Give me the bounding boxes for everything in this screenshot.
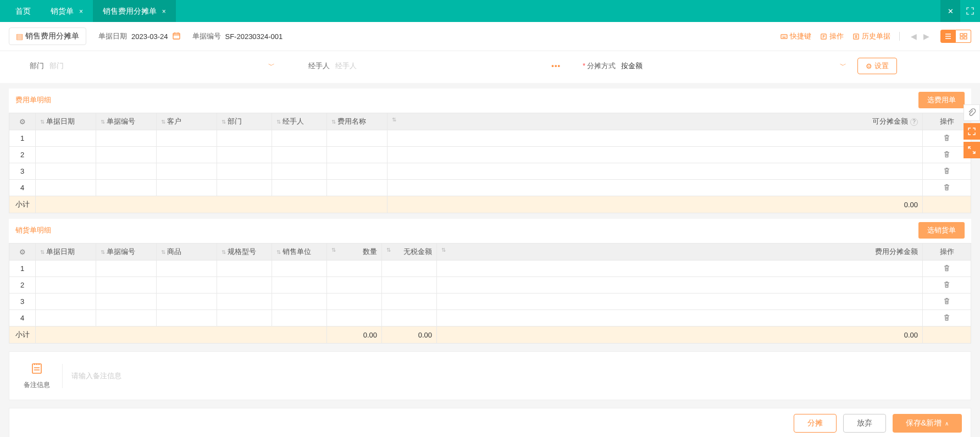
cell[interactable] (382, 277, 437, 294)
operate-link[interactable]: 操作 (820, 31, 844, 41)
cell[interactable] (217, 130, 272, 147)
gear-icon[interactable]: ⚙ (9, 244, 36, 261)
settings-button[interactable]: ⚙ 设置 (857, 58, 897, 74)
shortcut-link[interactable]: 快捷键 (780, 31, 811, 41)
delete-icon[interactable] (943, 298, 950, 306)
cell[interactable] (272, 310, 327, 327)
allocate-button[interactable]: 分摊 (794, 414, 837, 433)
tab-sales-expense[interactable]: 销售费用分摊单 × (93, 0, 176, 22)
col-docno[interactable]: ⇅单据编号 (96, 244, 157, 261)
close-window-icon[interactable]: ✕ (940, 0, 960, 22)
cell[interactable] (437, 310, 923, 327)
calendar-icon[interactable] (173, 32, 180, 41)
delete-icon[interactable] (943, 281, 950, 290)
cell[interactable] (36, 294, 96, 310)
cell[interactable] (272, 261, 327, 277)
gear-icon[interactable]: ⚙ (9, 113, 36, 130)
cell[interactable] (437, 294, 923, 310)
cell[interactable] (217, 310, 272, 327)
col-dept[interactable]: ⇅部门 (217, 113, 272, 130)
col-spec[interactable]: ⇅规格型号 (217, 244, 272, 261)
nav-prev-icon[interactable]: ◀ (909, 31, 919, 42)
cell[interactable] (327, 147, 387, 163)
table-row[interactable]: 4 (9, 180, 971, 196)
save-new-button[interactable]: 保存&新增 ∧ (893, 414, 962, 433)
cell[interactable] (327, 294, 382, 310)
cell[interactable] (327, 261, 382, 277)
cell[interactable] (382, 261, 437, 277)
cell[interactable] (437, 277, 923, 294)
table-row[interactable]: 2 (9, 147, 971, 163)
cell[interactable] (217, 163, 272, 180)
cell[interactable] (387, 147, 923, 163)
col-qty[interactable]: ⇅数量 (327, 244, 382, 261)
cell[interactable] (327, 180, 387, 196)
cell[interactable] (96, 261, 157, 277)
col-handler[interactable]: ⇅经手人 (272, 113, 327, 130)
col-product[interactable]: ⇅商品 (157, 244, 217, 261)
tab-sales-order[interactable]: 销货单 × (41, 0, 93, 22)
col-amount[interactable]: ⇅无税金额 (382, 244, 437, 261)
cell[interactable] (272, 130, 327, 147)
cell[interactable] (217, 261, 272, 277)
cell[interactable] (157, 180, 217, 196)
cell[interactable] (36, 261, 96, 277)
cell[interactable] (217, 147, 272, 163)
table-row[interactable]: 1 (9, 261, 971, 277)
cell[interactable] (157, 130, 217, 147)
cell[interactable] (157, 147, 217, 163)
col-docno[interactable]: ⇅单据编号 (96, 113, 157, 130)
date-value[interactable]: 2023-03-24 (131, 32, 168, 41)
delete-icon[interactable] (943, 168, 950, 176)
help-icon[interactable]: ? (910, 118, 918, 126)
cell[interactable] (96, 163, 157, 180)
view-grid-icon[interactable] (956, 30, 971, 43)
cell[interactable] (36, 277, 96, 294)
cell[interactable] (272, 147, 327, 163)
dept-input[interactable] (49, 62, 268, 70)
select-sales-button[interactable]: 选销货单 (918, 222, 965, 239)
nav-next-icon[interactable]: ▶ (921, 31, 932, 42)
cell[interactable] (96, 180, 157, 196)
table-row[interactable]: 3 (9, 294, 971, 310)
cell[interactable] (437, 261, 923, 277)
cell[interactable] (382, 310, 437, 327)
discard-button[interactable]: 放弃 (843, 414, 886, 433)
cell[interactable] (272, 180, 327, 196)
table-row[interactable]: 2 (9, 277, 971, 294)
cell[interactable] (157, 277, 217, 294)
table-row[interactable]: 3 (9, 163, 971, 180)
cell[interactable] (217, 180, 272, 196)
cell[interactable] (327, 277, 382, 294)
cell[interactable] (36, 180, 96, 196)
cell[interactable] (96, 277, 157, 294)
alloc-input[interactable] (621, 62, 840, 70)
cell[interactable] (36, 147, 96, 163)
remarks-input[interactable] (71, 372, 960, 380)
cell[interactable] (382, 294, 437, 310)
cell[interactable] (96, 147, 157, 163)
alloc-select[interactable]: ﹀ (621, 59, 846, 73)
cell[interactable] (157, 163, 217, 180)
cell[interactable] (327, 130, 387, 147)
delete-icon[interactable] (943, 151, 950, 159)
cell[interactable] (96, 130, 157, 147)
tab-home[interactable]: 首页 (5, 0, 41, 22)
col-allocamount[interactable]: ⇅可分摊金额? (387, 113, 923, 130)
col-date[interactable]: ⇅单据日期 (36, 244, 96, 261)
cell[interactable] (217, 277, 272, 294)
handler-select[interactable]: ••• (335, 59, 561, 73)
col-customer[interactable]: ⇅客户 (157, 113, 217, 130)
cell[interactable] (387, 180, 923, 196)
cell[interactable] (272, 294, 327, 310)
table-row[interactable]: 4 (9, 310, 971, 327)
close-icon[interactable]: × (162, 8, 166, 15)
expand-icon[interactable] (964, 123, 980, 140)
delete-icon[interactable] (943, 135, 950, 143)
form-type-tab[interactable]: ▤ 销售费用分摊单 (9, 27, 86, 45)
select-expense-button[interactable]: 选费用单 (918, 92, 965, 108)
cell[interactable] (96, 294, 157, 310)
cell[interactable] (157, 294, 217, 310)
fullscreen-icon[interactable] (960, 0, 980, 22)
col-feealloc[interactable]: ⇅费用分摊金额 (437, 244, 923, 261)
